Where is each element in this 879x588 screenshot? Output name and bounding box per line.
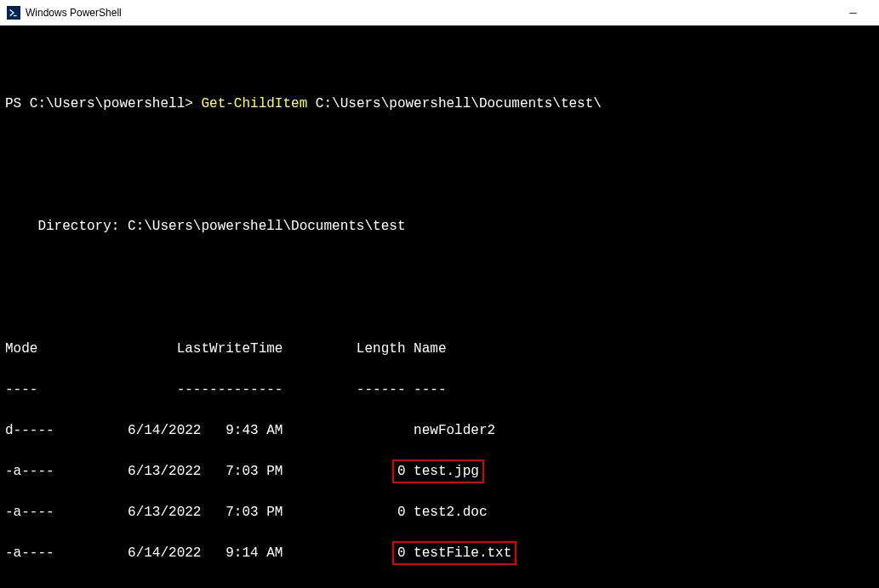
blank-line (5, 298, 874, 318)
window-titlebar: Windows PowerShell ─ (0, 0, 879, 26)
window-title: Windows PowerShell (26, 7, 122, 19)
powershell-icon (7, 6, 20, 20)
minimize-button[interactable]: ─ (834, 0, 872, 26)
highlight-test-jpg: 0 test.jpg (392, 460, 484, 483)
table-row: -a---- 6/13/2022 7:03 PM 0 test2.doc (5, 502, 874, 522)
table-header: Mode LastWriteTime Length Name (5, 339, 874, 359)
titlebar-left: Windows PowerShell (7, 6, 122, 20)
blank-line (5, 53, 874, 73)
terminal-output[interactable]: PS C:\Users\powershell> Get-ChildItem C:… (0, 26, 879, 588)
blank-line (5, 134, 874, 155)
window-controls: ─ (834, 0, 872, 26)
path-arg: C:\Users\powershell\Documents\test\ (307, 96, 602, 111)
table-row: -a---- 6/13/2022 7:03 PM 0 test.jpg (5, 461, 874, 482)
highlight-testfile-txt: 0 testFile.txt (392, 541, 517, 565)
cmdlet-get-childitem: Get-ChildItem (201, 96, 307, 111)
directory-header: Directory: C:\Users\powershell\Documents… (5, 216, 874, 237)
row-prefix: -a---- 6/14/2022 9:14 AM (5, 545, 397, 561)
blank-line (5, 175, 874, 196)
command-line-1: PS C:\Users\powershell> Get-ChildItem C:… (5, 94, 874, 114)
blank-line (5, 584, 874, 588)
row-prefix: -a---- 6/13/2022 7:03 PM (5, 464, 397, 479)
table-separator: ---- ------------- ------ ---- (5, 380, 874, 400)
table-row: d----- 6/14/2022 9:43 AM newFolder2 (5, 420, 874, 441)
blank-line (5, 257, 874, 277)
table-row: -a---- 6/14/2022 9:14 AM 0 testFile.txt (5, 543, 874, 563)
prompt: PS C:\Users\powershell> (5, 96, 201, 111)
